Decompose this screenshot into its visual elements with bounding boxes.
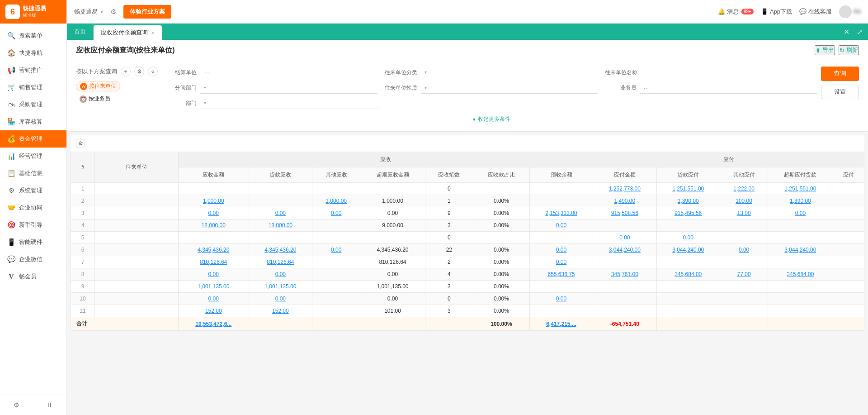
sidebar-settings-btn[interactable]: ⚙ — [9, 399, 24, 411]
filter-settings-btn[interactable]: ⚙ — [134, 67, 144, 76]
cell-link[interactable]: 0.00 — [768, 207, 833, 219]
cell-link[interactable]: 4,345,436.20 — [178, 244, 249, 256]
cell-link[interactable]: 152.00 — [178, 305, 249, 317]
cell-link[interactable]: 1,000.00 — [178, 195, 249, 207]
cell-link[interactable]: 1,000.00 — [312, 195, 360, 207]
query-button[interactable]: 查询 — [821, 67, 859, 81]
cell-link[interactable]: 4,345,436.20 — [249, 244, 312, 256]
cell-link[interactable]: 1,490.00 — [593, 195, 656, 207]
cell-link[interactable]: 13.00 — [720, 207, 768, 219]
topbar-notification[interactable]: 🔔 消息 99+ — [718, 8, 754, 16]
cell-link[interactable]: 1,251,551.00 — [656, 183, 720, 195]
topbar-promo-button[interactable]: 体验行业方案 — [123, 5, 171, 19]
cell-link[interactable]: 0.00 — [529, 219, 593, 232]
cell-link[interactable]: 3,044,240.00 — [593, 244, 656, 256]
filter-collapse-btn[interactable]: ∧ 收起更多条件 — [165, 113, 817, 126]
cell-link[interactable]: 0.00 — [312, 244, 360, 256]
sidebar-item-sales[interactable]: 🛒 销售管理 — [0, 79, 66, 96]
table-scroll[interactable]: # 往来单位 应收 应付 应收金额 贷款应收 其他应收 超期应收金额 应收笔数 … — [71, 152, 864, 331]
partner-category-input[interactable]: ▾ — [421, 67, 597, 78]
cell-link[interactable]: 345,761.00 — [593, 268, 656, 281]
filter-scheme-salesperson[interactable]: ⏰ 按业务员 — [76, 94, 120, 104]
cell-link[interactable]: 1,252,773.00 — [593, 183, 656, 195]
tab-close-icon[interactable]: × — [151, 30, 154, 35]
cell-link[interactable]: 655,636.75 — [529, 268, 593, 281]
cell-link[interactable]: 810,126.64 — [178, 256, 249, 268]
cell-link[interactable]: 3,044,240.00 — [656, 244, 720, 256]
sidebar-item-vip[interactable]: V 畅会员 — [0, 268, 66, 285]
cell-link[interactable]: 345,684.00 — [768, 268, 833, 281]
dept-manager-input[interactable]: ▾ — [200, 82, 377, 94]
cell-row-num: 6 — [71, 244, 95, 256]
cell-link[interactable]: 0.00 — [529, 293, 593, 305]
filter-add-btn[interactable]: + — [121, 67, 131, 76]
sidebar-item-search[interactable]: 🔍 搜索菜单 — [0, 27, 66, 44]
cell-link[interactable]: 100.00 — [720, 195, 768, 207]
table-row: 11 152.00 152.00 101.00 3 0.00% — [71, 305, 864, 317]
cell-link[interactable]: 0.00 — [178, 268, 249, 281]
cell-link[interactable]: 1,001,135.00 — [249, 281, 312, 293]
cell-link[interactable]: 0.00 — [656, 232, 720, 244]
cell-link[interactable]: 77.00 — [720, 268, 768, 281]
cell-link[interactable]: 0.00 — [720, 244, 768, 256]
export-button[interactable]: ⬆ 导出 — [815, 45, 835, 55]
sidebar-item-purchase[interactable]: 🛍 采购管理 — [0, 96, 66, 113]
sidebar-item-finance[interactable]: 💰 资金管理 — [0, 130, 66, 148]
cell-link[interactable]: 1,001,135.00 — [178, 281, 249, 293]
cell-link[interactable]: 0.00 — [593, 232, 656, 244]
filter-collapse-scheme-btn[interactable]: « — [148, 67, 158, 76]
sidebar-item-quick-nav[interactable]: 🏠 快捷导航 — [0, 44, 66, 62]
cell-link[interactable]: 1,251,551.00 — [768, 183, 833, 195]
cell-link[interactable]: 810,126.64 — [249, 256, 312, 268]
partner-name-input[interactable] — [641, 67, 817, 78]
sidebar-item-smart-hardware[interactable]: 📱 智能硬件 — [0, 234, 66, 251]
salesperson-input[interactable]: ··· — [640, 82, 817, 94]
sidebar-item-wechat[interactable]: 💬 企业微信 — [0, 251, 66, 268]
cell-link[interactable]: 0.00 — [529, 256, 593, 268]
settlement-unit-input[interactable]: ··· — [200, 67, 377, 78]
sidebar-collapse-btn[interactable]: ⏸ — [42, 399, 57, 411]
cell-link[interactable]: 18,000.00 — [178, 219, 249, 232]
topbar-customer-service[interactable]: 💬 在线客服 — [799, 8, 832, 16]
set-button[interactable]: 设置 — [821, 85, 859, 99]
filter-scheme-partner[interactable]: W 按往来单位 — [76, 81, 120, 91]
partner-type-input[interactable]: ▾ — [421, 82, 597, 94]
cell-link[interactable]: 0.00 — [529, 244, 593, 256]
cell-link[interactable]: 0.00 — [312, 207, 360, 219]
cell-link[interactable]: 3,044,240.00 — [768, 244, 833, 256]
refresh-button[interactable]: ↻ 刷新 — [839, 45, 859, 55]
cell-link[interactable]: 1,390.00 — [656, 195, 720, 207]
topbar-dropdown-arrow[interactable]: ▾ — [100, 9, 103, 15]
cell-link[interactable]: 0.00 — [249, 268, 312, 281]
sidebar-item-inventory[interactable]: 🏪 库存核算 — [0, 113, 66, 130]
cell-link[interactable]: 1,222.00 — [720, 183, 768, 195]
cell-link[interactable]: 915,495.56 — [656, 207, 720, 219]
dept-input[interactable]: ▾ — [200, 97, 380, 109]
sidebar-item-newbie[interactable]: 🎯 新手引导 — [0, 216, 66, 234]
sidebar-item-enterprise-coop[interactable]: 🤝 企业协同 — [0, 199, 66, 216]
cell-link[interactable]: 0.00 — [249, 207, 312, 219]
cell-link[interactable]: 915,508.56 — [593, 207, 656, 219]
table-settings-icon[interactable]: ⚙ — [76, 139, 85, 148]
topbar-app-download[interactable]: 📱 App下载 — [761, 8, 792, 16]
cell-link[interactable]: 152.00 — [249, 305, 312, 317]
tab-close-window-icon[interactable]: ✕ — [842, 26, 851, 38]
cell-link[interactable]: 0.00 — [178, 207, 249, 219]
cell-link[interactable]: 2,153,333.00 — [529, 207, 593, 219]
cell-link[interactable]: 345,684.00 — [656, 268, 720, 281]
cell-link[interactable]: 0.00 — [249, 293, 312, 305]
topbar-user[interactable]: Rit — [839, 5, 861, 18]
sidebar-item-system[interactable]: ⚙ 系统管理 — [0, 182, 66, 199]
sidebar-item-marketing[interactable]: 📢 营销推广 — [0, 62, 66, 79]
topbar-gear-icon[interactable]: ⚙ — [108, 6, 118, 18]
cell-link[interactable]: 0.00 — [178, 293, 249, 305]
total-ys-je[interactable]: 19,553,472,6... — [178, 317, 249, 331]
total-ys-yu[interactable]: 6,417,215.... — [529, 317, 593, 331]
cell-link[interactable]: 1,390.00 — [768, 195, 833, 207]
tab-home[interactable]: 首页 — [67, 24, 94, 40]
tab-maximize-icon[interactable]: ⤢ — [855, 26, 864, 38]
sidebar-item-operations[interactable]: 📊 经营管理 — [0, 148, 66, 165]
tab-ar-ap-query[interactable]: 应收应付余额查询 × — [94, 25, 162, 40]
sidebar-item-basic-info[interactable]: 📋 基础信息 — [0, 165, 66, 182]
cell-link[interactable]: 18,000.00 — [249, 219, 312, 232]
